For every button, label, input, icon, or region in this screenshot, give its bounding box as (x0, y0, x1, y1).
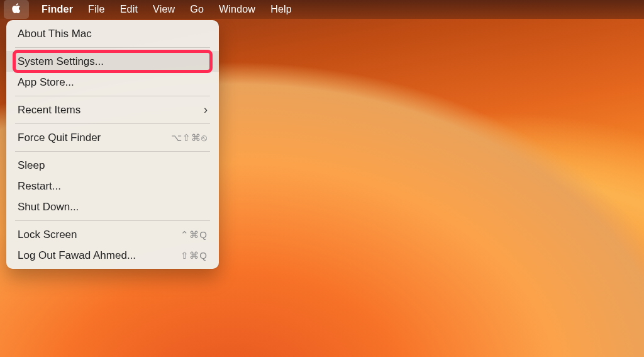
menu-item-about-this-mac[interactable]: About This Mac (6, 23, 219, 44)
menu-item-label: System Settings... (18, 55, 104, 68)
menu-item-label: Lock Screen (18, 229, 77, 241)
menu-item-label: Shut Down... (18, 201, 79, 213)
apple-menu-button[interactable] (4, 0, 29, 19)
menu-help[interactable]: Help (263, 0, 299, 19)
menu-item-label: Sleep (18, 159, 45, 172)
menu-item-app-store[interactable]: App Store... (6, 72, 219, 93)
menu-item-sleep[interactable]: Sleep (6, 155, 219, 176)
menu-item-label: Restart... (18, 180, 61, 193)
menu-finder[interactable]: Finder (34, 0, 80, 19)
keyboard-shortcut: ⌥⇧⌘⎋ (171, 132, 208, 144)
menu-item-label: Log Out Fawad Ahmed... (18, 249, 136, 262)
menu-item-restart[interactable]: Restart... (6, 176, 219, 196)
apple-logo-icon (11, 3, 22, 16)
menu-item-label: About This Mac (18, 28, 92, 40)
menu-separator (15, 47, 210, 48)
keyboard-shortcut: ⌃⌘Q (180, 229, 208, 241)
menu-separator (15, 220, 210, 221)
menu-file[interactable]: File (80, 0, 113, 19)
menu-view[interactable]: View (145, 0, 182, 19)
menu-go[interactable]: Go (182, 0, 211, 19)
keyboard-shortcut: ⇧⌘Q (180, 250, 208, 261)
menu-item-system-settings[interactable]: System Settings... (6, 51, 219, 72)
menu-item-lock-screen[interactable]: Lock Screen ⌃⌘Q (6, 224, 219, 245)
menu-item-label: App Store... (18, 76, 74, 89)
menu-item-label: Recent Items (18, 104, 80, 116)
menu-edit[interactable]: Edit (113, 0, 145, 19)
menu-item-label: Force Quit Finder (18, 132, 101, 144)
menu-item-force-quit[interactable]: Force Quit Finder ⌥⇧⌘⎋ (6, 127, 219, 148)
menu-item-shut-down[interactable]: Shut Down... (6, 196, 219, 217)
menu-separator (15, 151, 210, 152)
desktop: Finder File Edit View Go Window Help Abo… (0, 0, 644, 357)
menu-item-log-out[interactable]: Log Out Fawad Ahmed... ⇧⌘Q (6, 245, 219, 266)
menu-bar: Finder File Edit View Go Window Help (0, 0, 644, 19)
menu-item-recent-items[interactable]: Recent Items › (6, 99, 219, 120)
menu-separator (15, 123, 210, 124)
menu-window[interactable]: Window (211, 0, 263, 19)
apple-menu-dropdown: About This Mac System Settings... App St… (6, 20, 219, 269)
chevron-right-icon: › (204, 103, 208, 116)
menu-separator (15, 96, 210, 96)
